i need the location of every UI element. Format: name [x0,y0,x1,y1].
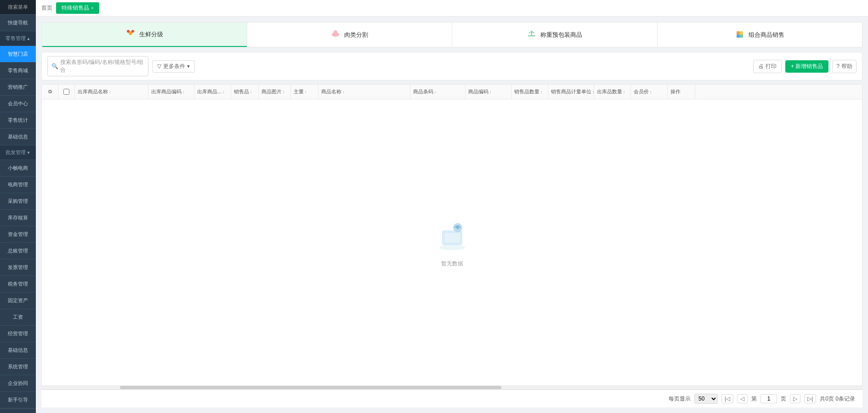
active-tab-label: 特殊销售品 [62,4,89,12]
search-box[interactable]: 🔍 搜索条形码/编码/名称/规格型号/组合 [47,56,148,76]
sidebar-item-ledger[interactable]: 总账管理 [0,243,36,259]
sort-icon-wh-detail[interactable]: ↕ [222,90,225,94]
sub-tab-combo[interactable]: 组合商品销售 [658,23,862,47]
topbar: 首页 特殊销售品 × [36,0,868,17]
sidebar-item-basic-info2[interactable]: 基础信息 [0,342,36,359]
sub-tab-scale[interactable]: 称重预包装商品 [452,23,658,47]
svg-rect-11 [740,31,743,34]
sort-icon-sale-qty[interactable]: ↕ [540,90,543,94]
sidebar-logo[interactable]: 搜索菜单 [0,0,36,15]
select-all-checkbox[interactable] [63,89,69,95]
sidebar-item-guide[interactable]: 新手引导 [0,392,36,408]
sidebar: 搜索菜单 快捷导航 零售管理 ▲ 智慧门店 零售商城 营销推广 会员中心 零售统… [0,0,36,413]
sub-tab-fresh-label: 生鲜分级 [139,30,163,39]
sidebar-item-inventory[interactable]: 库存核算 [0,210,36,226]
sort-icon-member-price[interactable]: ↕ [650,90,652,94]
sidebar-section-retail[interactable]: 零售管理 ▲ [0,31,36,46]
th-unit: 销售商品计量单位 ↕ [548,85,594,99]
filter-bar: 🔍 搜索条形码/编码/名称/规格型号/组合 ▽ 更多条件 ▾ 🖨 打印 + 新增… [41,52,862,80]
sidebar-item-finance[interactable]: 资金管理 [0,226,36,243]
sort-icon-wh-qty[interactable]: ↕ [623,90,625,94]
sidebar-item-basic-info[interactable]: 基础信息 [0,129,36,145]
sidebar-item-retail-stats[interactable]: 零售统计 [0,112,36,129]
tab-close-icon[interactable]: × [91,6,94,11]
svg-line-9 [533,32,534,33]
th-wh-qty: 出库品数量 ↕ [594,85,631,99]
sidebar-item-enterprise[interactable]: 企业协同 [0,375,36,392]
sub-tab-fresh[interactable]: 生鲜分级 [42,23,247,47]
sort-icon-barcode[interactable]: ↕ [434,90,437,94]
sidebar-item-ecom-small[interactable]: 小畅电商 [0,160,36,177]
th-sale: 销售品 ↕ [231,85,259,99]
empty-illustration [434,218,471,254]
sort-icon-wh-name[interactable]: ↕ [109,90,111,94]
th-setting[interactable]: ⚙ [42,85,58,99]
per-page-select[interactable]: 50 100 200 [694,394,718,404]
filter-icon: ▽ [157,63,161,69]
print-button[interactable]: 🖨 打印 [753,60,782,73]
sort-icon-goods-code[interactable]: ↕ [489,90,492,94]
wholesale-expand-icon: ▼ [27,150,31,155]
sidebar-item-smart-store[interactable]: 智慧门店 [0,46,36,63]
breadcrumb-home[interactable]: 首页 [41,4,52,12]
th-img: 商品图片 ↕ [259,85,291,99]
print-icon: 🖨 [758,63,764,69]
scrollbar-thumb[interactable] [120,386,501,390]
horizontal-scrollbar[interactable] [42,385,862,389]
retail-expand-icon: ▲ [27,36,31,41]
th-wh-name: 出库商品名称 ↕ [75,85,148,99]
sort-icon-main[interactable]: ↕ [305,90,307,94]
sidebar-item-ecom-mgmt[interactable]: 电商管理 [0,177,36,193]
sidebar-item-salary[interactable]: 工资 [0,309,36,326]
active-tab[interactable]: 特殊销售品 × [56,2,99,14]
svg-point-7 [531,31,533,33]
sidebar-item-marketing[interactable]: 营销推广 [0,79,36,96]
page-label: 第 [751,395,757,403]
th-checkbox[interactable] [58,85,75,99]
sidebar-item-retail-mall[interactable]: 零售商城 [0,63,36,79]
svg-rect-12 [737,34,740,38]
sub-tab-scale-label: 称重预包装商品 [540,31,582,39]
add-sale-item-button[interactable]: + 新增销售品 [785,60,828,73]
help-icon: ? [836,63,840,69]
th-main: 主重 ↕ [291,85,318,99]
sidebar-item-invoice[interactable]: 发票管理 [0,259,36,276]
sort-icon-img[interactable]: ↕ [283,90,285,94]
help-button[interactable]: ? 帮助 [832,60,857,73]
sub-tab-meat[interactable]: 肉类分割 [247,23,453,47]
sidebar-item-biz-mgmt[interactable]: 经营管理 [0,326,36,342]
sidebar-item-tax[interactable]: 税务管理 [0,276,36,293]
filter-right: 🖨 打印 + 新增销售品 ? 帮助 [753,60,857,73]
prev-page-btn[interactable]: ◁ [737,394,748,403]
sort-icon-goods-name[interactable]: ↕ [342,90,345,94]
th-goods-name: 商品名称 ↕ [318,85,410,99]
first-page-btn[interactable]: |◁ [721,394,733,403]
svg-rect-13 [740,34,743,38]
sidebar-item-system[interactable]: 系统管理 [0,359,36,375]
svg-rect-16 [445,233,460,242]
main-area: 首页 特殊销售品 × 生鲜分级 肉类分割 [36,0,868,413]
sidebar-item-quick-nav[interactable]: 快捷导航 [0,15,36,31]
empty-text: 暂无数据 [441,260,463,268]
sidebar-item-fixed-assets[interactable]: 固定资产 [0,293,36,309]
meat-icon [330,29,340,41]
page-number-input[interactable] [760,394,777,403]
sidebar-gear-icon[interactable]: ⚙ [0,408,36,413]
more-conditions-btn[interactable]: ▽ 更多条件 ▾ [152,60,195,73]
pagination-bar: 每页显示 50 100 200 |◁ ◁ 第 页 ▷ ▷| 共0页 0条记录 [41,390,862,407]
combo-icon [735,29,745,41]
next-page-btn[interactable]: ▷ [790,394,800,403]
sidebar-item-member[interactable]: 会员中心 [0,96,36,112]
fresh-icon [125,28,136,40]
svg-point-14 [439,245,465,250]
th-wh-code: 出库商品编码 ↕ [148,85,194,99]
data-table: ⚙ 出库商品名称 ↕ 出库商品编码 ↕ 出库商品... ↕ 销售品 [41,84,862,390]
last-page-btn[interactable]: ▷| [804,394,816,403]
svg-point-4 [334,30,337,34]
search-placeholder: 搜索条形码/编码/名称/规格型号/组合 [60,58,144,74]
sidebar-item-purchase[interactable]: 采购管理 [0,193,36,210]
sort-icon-wh-code[interactable]: ↕ [182,90,185,94]
svg-rect-5 [528,35,535,36]
sidebar-section-wholesale[interactable]: 批发管理 ▼ [0,145,36,160]
sort-icon-sale[interactable]: ↕ [250,90,252,94]
